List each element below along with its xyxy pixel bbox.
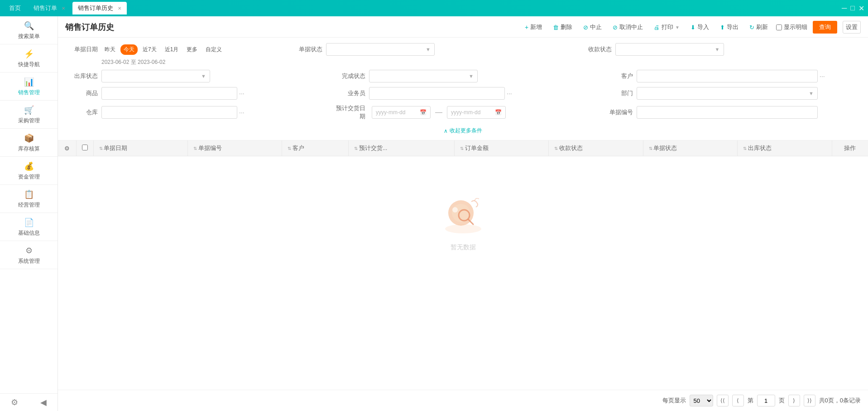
- settings-col-header[interactable]: ⚙: [58, 140, 76, 156]
- stop-btn[interactable]: ⊘ 中止: [580, 21, 604, 33]
- sort-icon-amount: ⇅: [460, 146, 465, 151]
- search-icon: 🔍: [24, 21, 34, 31]
- customer-col-header[interactable]: ⇅ 客户: [282, 140, 349, 156]
- maximize-btn[interactable]: □: [850, 4, 855, 12]
- order-status-chevron: ▼: [426, 47, 431, 52]
- filter-row-4: 仓库 ··· 预计交货日期 yyyy-mm-dd 📅 — yyyy-mm-dd …: [65, 104, 861, 121]
- sidebar-item-basic-info[interactable]: 📄 基础信息: [0, 213, 58, 241]
- date-btn-more[interactable]: 更多: [183, 44, 201, 55]
- date-btn-yesterday[interactable]: 昨天: [101, 44, 119, 55]
- filter-section-order-no: 单据编号: [600, 106, 861, 119]
- delivery-status-label: 出库状态: [65, 72, 101, 80]
- receipt-status-col-header[interactable]: ⇅ 收款状态: [549, 140, 643, 156]
- sort-icon-date: ⇅: [99, 146, 104, 151]
- sidebar-item-sales[interactable]: 📊 销售管理: [0, 73, 58, 101]
- salesman-dots[interactable]: ···: [507, 90, 512, 97]
- column-settings-icon[interactable]: ⚙: [64, 145, 70, 152]
- per-page-select[interactable]: 10 20 50 100: [690, 395, 713, 406]
- expected-date-end[interactable]: yyyy-mm-dd 📅: [447, 106, 506, 119]
- sidebar-settings-btn[interactable]: ⚙: [11, 397, 18, 407]
- sidebar-item-inventory[interactable]: 📦 库存核算: [0, 129, 58, 157]
- prev-page-btn[interactable]: ⟨: [732, 395, 744, 406]
- next-page-btn[interactable]: ⟩: [788, 395, 800, 406]
- warehouse-input[interactable]: [101, 106, 237, 119]
- order-status-select[interactable]: ▼: [326, 43, 435, 56]
- delivery-status-select[interactable]: ▼: [101, 70, 210, 82]
- product-dots[interactable]: ···: [239, 90, 245, 97]
- print-icon: 🖨: [654, 24, 660, 31]
- settings-btn[interactable]: 设置: [843, 21, 861, 34]
- order-amount-col-header[interactable]: ⇅ 订单金额: [454, 140, 548, 156]
- date-btn-custom[interactable]: 自定义: [202, 44, 225, 55]
- flash-icon: ⚡: [24, 49, 34, 59]
- display-detail-label[interactable]: 显示明细: [776, 23, 807, 31]
- first-page-btn[interactable]: ⟨⟨: [717, 395, 729, 406]
- cancel-stop-btn[interactable]: ⊘ 取消中止: [610, 21, 646, 33]
- receipt-status-select[interactable]: ▼: [615, 43, 724, 56]
- tab-sales-order-history-close[interactable]: ✕: [118, 6, 121, 11]
- delivery-status-col-header[interactable]: ⇅ 出库状态: [738, 140, 832, 156]
- salesman-label: 业务员: [333, 89, 369, 97]
- sidebar-item-search[interactable]: 🔍 搜索菜单: [0, 16, 58, 44]
- select-all-checkbox[interactable]: [82, 145, 88, 150]
- print-btn[interactable]: 🖨 打印 ▼: [651, 21, 682, 33]
- department-label: 部门: [600, 89, 637, 97]
- action-col-header: 操作: [832, 140, 868, 156]
- date-btn-1month[interactable]: 近1月: [162, 44, 182, 55]
- customer-dots[interactable]: ···: [820, 73, 825, 80]
- expected-date-start[interactable]: yyyy-mm-dd 📅: [372, 106, 431, 119]
- export-icon: ⬆: [720, 24, 725, 31]
- date-range-separator: —: [433, 108, 444, 116]
- delete-btn[interactable]: 🗑 删除: [550, 21, 575, 33]
- collapse-bar[interactable]: ∧ 收起更多条件: [65, 125, 861, 138]
- tab-sales-order[interactable]: 销售订单 ✕: [28, 2, 71, 15]
- page-input[interactable]: [757, 395, 775, 406]
- product-input[interactable]: [101, 87, 237, 100]
- date-btn-today[interactable]: 今天: [120, 44, 138, 55]
- department-select[interactable]: ▼: [637, 87, 818, 100]
- minimize-btn[interactable]: ─: [842, 4, 847, 12]
- salesman-input[interactable]: [369, 87, 505, 100]
- sidebar-collapse-btn[interactable]: ◀: [40, 397, 47, 407]
- customer-label: 客户: [600, 72, 637, 80]
- order-no-label: 单据编号: [600, 108, 637, 116]
- import-btn[interactable]: ⬇ 导入: [688, 21, 712, 33]
- sidebar-item-operations[interactable]: 📋 经营管理: [0, 185, 58, 213]
- page-title: 销售订单历史: [65, 22, 114, 33]
- gear-icon: ⚙: [25, 246, 33, 256]
- sort-icon-no: ⇅: [193, 146, 198, 151]
- add-btn[interactable]: + 新增: [522, 21, 545, 33]
- sidebar-item-system[interactable]: ⚙ 系统管理: [0, 241, 58, 269]
- sidebar-item-finance[interactable]: 💰 资金管理: [0, 157, 58, 185]
- filter-section-product: 商品 ···: [65, 87, 326, 100]
- refresh-btn[interactable]: ↻ 刷新: [747, 21, 771, 33]
- sidebar-item-quicknav[interactable]: ⚡ 快捷导航: [0, 44, 58, 73]
- sidebar-item-purchase[interactable]: 🛒 采购管理: [0, 101, 58, 129]
- last-page-btn[interactable]: ⟩⟩: [804, 395, 815, 406]
- tab-sales-order-history[interactable]: 销售订单历史 ✕: [72, 2, 127, 15]
- query-btn[interactable]: 查询: [813, 21, 837, 34]
- date-btn-7days[interactable]: 近7天: [139, 44, 160, 55]
- calendar-start-icon[interactable]: 📅: [420, 109, 427, 116]
- calendar-end-icon[interactable]: 📅: [495, 109, 502, 116]
- filter-row-1: 单据日期 昨天 今天 近7天 近1月 更多 自定义 单据状态: [65, 43, 861, 56]
- export-btn[interactable]: ⬆ 导出: [717, 21, 741, 33]
- complete-status-select[interactable]: ▼: [369, 70, 478, 82]
- bill-date-col-header[interactable]: ⇅ 单据日期: [93, 140, 187, 156]
- bill-status-col-header[interactable]: ⇅ 单据状态: [643, 140, 737, 156]
- customer-input[interactable]: [637, 70, 818, 82]
- warehouse-dots[interactable]: ···: [239, 109, 245, 116]
- date-quick-btns: 昨天 今天 近7天 近1月 更多 自定义: [101, 44, 225, 55]
- close-btn[interactable]: ✕: [858, 4, 864, 13]
- display-detail-checkbox[interactable]: [776, 24, 782, 30]
- order-no-input[interactable]: [637, 106, 818, 119]
- receipt-status-chevron: ▼: [715, 47, 720, 52]
- tab-home[interactable]: 首页: [4, 2, 26, 15]
- tab-sales-order-close[interactable]: ✕: [62, 6, 65, 11]
- total-label: 共0页，0条记录: [819, 396, 861, 405]
- bill-no-col-header[interactable]: ⇅ 单据编号: [187, 140, 282, 156]
- expected-date-col-header[interactable]: ⇅ 预计交货...: [348, 140, 454, 156]
- empty-icon: [436, 193, 490, 238]
- filter-section-order-status: 单据状态 ▼: [290, 43, 572, 56]
- checkbox-col-header[interactable]: [76, 140, 93, 156]
